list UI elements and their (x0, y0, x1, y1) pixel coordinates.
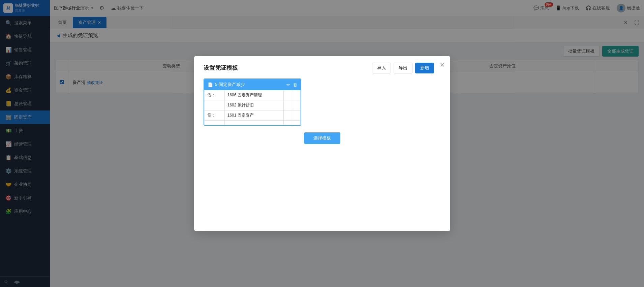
template-entry-row: 借： 1606 固定资产清理 (204, 90, 300, 100)
main-area: 医疗器械行业演示 ▼ ⚙ ☁ 我要体验一下 💬 消息 99+ 📱 App下载 🎧… (50, 0, 644, 287)
entry-side-0: 借： (204, 90, 224, 100)
template-edit-icon[interactable]: ✏ (286, 82, 290, 87)
dialog-toolbar: 导入 导出 新增 (372, 63, 434, 73)
entry-col3-0 (283, 90, 292, 100)
entry-col3-1 (283, 100, 292, 110)
entry-col3-3 (283, 121, 292, 125)
template-entries-table: 借： 1606 固定资产清理 1602 累计折旧 (204, 90, 301, 125)
dialog-close-button[interactable]: ✕ (440, 61, 445, 69)
template-name: 5-固定资产减少 (215, 82, 245, 88)
entry-side-3 (204, 121, 224, 125)
template-entry-row (204, 121, 300, 125)
entry-col4-2 (292, 110, 300, 121)
template-card-header: 📄 5-固定资产减少 ✏ 🗑 (204, 79, 301, 90)
template-header-actions: ✏ 🗑 (286, 82, 297, 87)
entry-code-3 (224, 121, 283, 125)
entry-col4-3 (292, 121, 300, 125)
template-card: 📄 5-固定资产减少 ✏ 🗑 借： 1606 固定资产清理 (204, 78, 301, 126)
entry-side-1 (204, 100, 224, 110)
template-entry-row: 贷： 1601 固定资产 (204, 110, 300, 121)
select-template-button[interactable]: 选择模板 (304, 132, 340, 144)
entry-side-2: 贷： (204, 110, 224, 121)
template-doc-icon: 📄 (208, 82, 213, 87)
entry-col4-0 (292, 90, 300, 100)
content-area: ◀ 生成的凭证预览 批量凭证模板 全部生成凭证 变动类型 资产名称 固定资产原值 (50, 29, 644, 287)
import-button[interactable]: 导入 (372, 63, 391, 73)
entry-code-0: 1606 固定资产清理 (224, 90, 283, 100)
entry-code-2: 1601 固定资产 (224, 110, 283, 121)
entry-col3-2 (283, 110, 292, 121)
export-button[interactable]: 导出 (394, 63, 412, 73)
template-entry-row: 1602 累计折旧 (204, 100, 300, 110)
template-delete-icon[interactable]: 🗑 (293, 82, 297, 87)
template-card-body: 借： 1606 固定资产清理 1602 累计折旧 (204, 90, 301, 125)
dialog: ✕ 设置凭证模板 导入 导出 新增 📄 5-固定资产减少 ✏ 🗑 (194, 56, 450, 231)
modal-overlay: ✕ 设置凭证模板 导入 导出 新增 📄 5-固定资产减少 ✏ 🗑 (50, 29, 644, 287)
new-button[interactable]: 新增 (415, 63, 434, 73)
entry-code-1: 1602 累计折旧 (224, 100, 283, 110)
entry-col4-1 (292, 100, 300, 110)
